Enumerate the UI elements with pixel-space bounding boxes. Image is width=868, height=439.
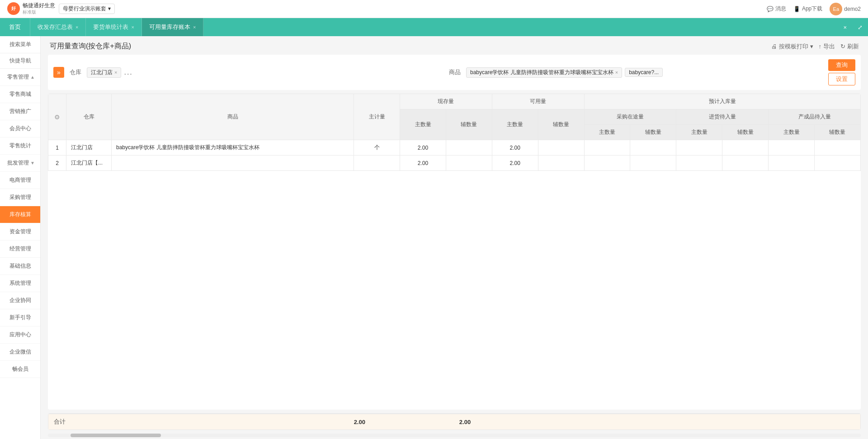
col-current-main-qty-header: 主数量 [400,109,446,140]
warehouse-tag[interactable]: 江北门店 × [87,67,121,78]
logo-icon: 好 [7,2,20,15]
cell-product-1 [112,156,354,171]
product-label: 商品 [449,68,461,76]
page-actions: 🖨 按模板打印 ▾ ↑ 导出 ↻ 刷新 [771,42,859,51]
tab-collection-summary[interactable]: 收发存汇总表 × [30,18,86,36]
product-tag-1[interactable]: babycare学饮杯 儿童防摔防撞吸管杯重力球吸嘴杯宝宝水杯 × [466,67,622,78]
col-purchase-onway-aux-header: 辅数量 [630,125,676,140]
app-download-label: App下载 [802,5,822,13]
footer-product-arrival-aux [807,418,860,425]
sidebar-item-operations[interactable]: 经营管理 [0,241,40,258]
sidebar-retail-mgmt-label: 零售管理 [5,73,30,81]
sidebar-system-label: 系统管理 [5,279,35,287]
print-template-btn[interactable]: 🖨 按模板打印 ▾ [771,42,813,51]
data-table: ⚙ 仓库 商品 主计量 现存量 可用量 预计入库量 主数量 辅数量 主数量 辅数… [48,94,861,171]
sidebar-item-purchase-mgmt[interactable]: 采购管理 [0,189,40,206]
cell-prod-main-1 [769,156,815,171]
print-icon: 🖨 [771,43,777,50]
cell-prod-aux-1 [814,156,860,171]
sidebar-item-vip[interactable]: 畅会员 [0,361,40,378]
sidebar-item-retail-mgmt[interactable]: 零售管理 ▲ [0,69,40,86]
filter-bar: » 仓库 江北门店 × ... 商品 babycare学饮杯 儿童防摔防撞吸管杯… [48,55,861,90]
search-label: 搜索菜单 [9,41,31,47]
tab-spacer [203,18,838,36]
sidebar-item-retail-mall[interactable]: 零售商城 [0,86,40,103]
sidebar-item-system-mgmt[interactable]: 系统管理 [0,275,40,292]
sidebar-item-retail-stats[interactable]: 零售统计 [0,137,40,155]
logo-sub: 标准版 [23,9,55,15]
settings-button[interactable]: 设置 [828,73,855,85]
sidebar-item-marketing[interactable]: 营销推广 [0,103,40,120]
nav-tabs: 首页 收发存汇总表 × 要货单统计表 × 可用量库存账本 × × ⤢ [0,18,868,36]
sidebar-quick-nav[interactable]: 快捷导航 [0,53,40,69]
filter-toggle-btn[interactable]: » [53,67,64,78]
tab-expand[interactable]: ⤢ [852,18,868,36]
store-select[interactable]: 母婴行业演示账套 ▾ [59,4,115,14]
app-download-action[interactable]: 📱 App下载 [793,5,822,13]
tab-order-stats[interactable]: 要货单统计表 × [86,18,142,36]
sidebar-retail-mgmt-arrow: ▲ [30,75,35,80]
tab-collection-summary-label: 收发存汇总表 [38,23,73,31]
cell-warehouse-0: 江北门店 [66,140,112,156]
sidebar-item-finance[interactable]: 资金管理 [0,223,40,241]
col-available-aux-qty-header: 辅数量 [538,109,584,140]
message-icon: 💬 [767,6,774,12]
logo-text: 畅捷通好生意 [23,2,55,9]
sidebar-search[interactable]: 搜索菜单 [0,36,40,53]
cell-product-0: babycare学饮杯 儿童防摔防撞吸管杯重力球吸嘴杯宝宝水杯 [112,140,354,156]
page-header: 可用量查询(按仓库+商品) 🖨 按模板打印 ▾ ↑ 导出 ↻ 刷新 [41,36,868,55]
sidebar-ecommerce-label: 电商管理 [5,176,35,184]
tab-available-stock[interactable]: 可用量库存账本 × [142,18,203,36]
sidebar-item-basic-info[interactable]: 基础信息 [0,258,40,275]
sidebar-item-enterprise-collab[interactable]: 企业协同 [0,292,40,309]
expand-icon: ⤢ [858,24,863,31]
tab-close-all[interactable]: × [838,18,852,36]
content-area: 可用量查询(按仓库+商品) 🖨 按模板打印 ▾ ↑ 导出 ↻ 刷新 [41,36,868,439]
tab-close-available[interactable]: × [193,24,196,30]
main-layout: 搜索菜单 快捷导航 零售管理 ▲ 零售商城 营销推广 会员中心 零售统计 批发管… [0,36,868,439]
sidebar-wholesale-arrow: ▼ [30,160,35,165]
cell-po-main-0 [584,140,630,156]
tab-close-collection[interactable]: × [75,24,78,30]
horizontal-scrollbar[interactable] [48,434,861,437]
gear-icon[interactable]: ⚙ [54,113,60,121]
warehouse-more-dots[interactable]: ... [124,68,132,76]
refresh-icon: ↻ [840,43,845,50]
product-tag-1-close[interactable]: × [615,70,618,75]
footer-purchase-arrival-main [650,418,703,425]
footer-total-row: 合计 2.00 2.00 [48,414,860,430]
warehouse-tag-close[interactable]: × [114,70,117,75]
col-available-header: 可用量 [492,94,584,109]
cell-po-aux-1 [630,156,676,171]
product-tag-2[interactable]: babycare?... [625,68,663,77]
refresh-label: 刷新 [847,42,859,51]
col-available-main-qty-header: 主数量 [492,109,538,140]
cell-seq-1: 2 [48,156,66,171]
sidebar-item-ecommerce[interactable]: 电商管理 [0,172,40,189]
top-bar-right: 💬 消息 📱 App下载 Ea demo2 [767,3,861,15]
tab-home[interactable]: 首页 [0,18,30,36]
tab-close-order[interactable]: × [131,24,134,30]
refresh-btn[interactable]: ↻ 刷新 [840,42,859,51]
logo-text-area: 畅捷通好生意 标准版 [23,2,55,15]
scrollbar-thumb[interactable] [71,434,161,437]
sidebar-purchase-label: 采购管理 [5,194,35,201]
sidebar-item-new-user[interactable]: 新手引导 [0,309,40,326]
cell-current-aux-0 [446,140,492,156]
user-area[interactable]: Ea demo2 [830,3,861,15]
sidebar-item-wholesale-mgmt[interactable]: 批发管理 ▼ [0,155,40,172]
sidebar-item-enterprise-wechat[interactable]: 企业微信 [0,344,40,361]
sidebar-item-app-center[interactable]: 应用中心 [0,326,40,344]
cell-unit-0: 个 [354,140,400,156]
sidebar-item-member-center[interactable]: 会员中心 [0,120,40,137]
cell-current-main-0: 2.00 [400,140,446,156]
message-action[interactable]: 💬 消息 [767,5,786,13]
product-tag-1-text: babycare学饮杯 儿童防摔防撞吸管杯重力球吸嘴杯宝宝水杯 [470,69,613,76]
footer-purchase-onway-aux [597,418,650,425]
app-icon: 📱 [793,6,800,12]
sidebar-item-stock-check[interactable]: 库存核算 [0,206,40,223]
query-button[interactable]: 查询 [828,59,855,71]
col-purchase-onway-main-header: 主数量 [584,125,630,140]
sidebar-collab-label: 企业协同 [5,297,35,304]
export-btn[interactable]: ↑ 导出 [819,42,835,51]
